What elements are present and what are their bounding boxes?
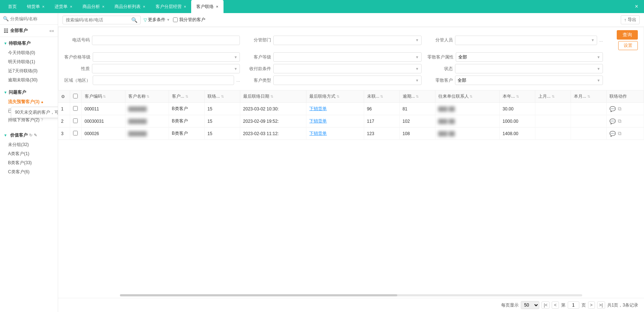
sidebar-item-class-b[interactable]: B类客户(33) [0,158,58,167]
tab-product-analysis-list[interactable]: 商品分析列表 × [109,0,150,13]
row-checkbox-1[interactable] [70,103,81,115]
sidebar-search-input[interactable] [10,16,55,21]
horizontal-scrollbar[interactable] [58,293,644,298]
row-checkbox-3[interactable] [70,127,81,140]
filter-input-phone[interactable] [92,36,240,45]
my-customers-checkbox[interactable]: 我分管的客户 [173,17,205,23]
query-button[interactable]: 查询 [617,30,638,40]
first-page-button[interactable]: |< [542,301,550,309]
filter-select-sparse-customer[interactable]: 全部 ▼ [455,76,603,85]
table-header-contact-person[interactable]: 往来单位联系人 [435,90,499,103]
tab-sales-order[interactable]: 销货单 × [22,0,49,13]
filter-select-price-level[interactable]: ▼ [93,52,240,62]
action-grid-icon-1[interactable]: ⧉ [618,106,621,112]
table-header-last-contact-date[interactable]: 最后联络日期 [240,90,306,103]
table-header-overdue[interactable]: 逾期... [399,90,435,103]
sidebar-item-overdue[interactable]: 逾期未联络(30) [0,76,58,85]
table-header-last-contact-method[interactable]: 最后联络方式 [306,90,364,103]
scrollbar-thumb[interactable] [120,294,397,296]
action-chat-icon-1[interactable]: 💬 [609,106,616,112]
sidebar-item-class-c[interactable]: C类客户(6) [0,167,58,177]
last-page-button[interactable]: >| [597,301,605,309]
tab-product-analysis[interactable]: 商品分析 × [77,0,109,13]
tab-close-purchase-order[interactable]: × [70,4,72,9]
sidebar-item-class-a[interactable]: A类客户(1) [0,149,58,158]
settings-button[interactable]: 设置 [618,41,638,50]
table-header-this-month[interactable]: 本月... [571,90,606,103]
action-grid-icon-2[interactable]: ⧉ [618,118,621,124]
scrollbar-track[interactable] [120,294,582,296]
filter-select-person[interactable]: ▼ [455,36,597,45]
next-page-button[interactable]: > [588,301,595,309]
chevron-sparse-customer: ▼ [597,78,600,82]
table-header-settings[interactable]: ⚙ [58,90,70,103]
row-name-2: ██████ [125,115,169,127]
table-header-unlinked[interactable]: 未联... [364,90,399,103]
row-check-2[interactable] [73,118,78,123]
table-header-name[interactable]: 客户名称 [125,90,169,103]
table-header-last-month[interactable]: 上月... [535,90,571,103]
table-header-this-year[interactable]: 本年... [499,90,535,103]
select-all-checkbox[interactable] [73,94,78,98]
my-customers-checkbox-input[interactable] [173,17,178,22]
tab-close-customer-segmentation[interactable]: × [184,4,186,9]
more-filter-button[interactable]: ▽ 更多条件 ▼ [144,17,170,23]
filter-select-sparse-attr[interactable]: 全部 ▼ [456,52,603,62]
row-last-method-2[interactable]: 下销货单 [306,115,364,127]
filter-select-nature[interactable]: ▼ [92,64,240,73]
row-type-1: B类客户 [169,103,204,115]
table-header-code[interactable]: 客户编码 [81,90,125,103]
tab-home[interactable]: 首页 [3,0,22,13]
sidebar-group-title-problem[interactable]: ▼ 问题客户 [0,88,58,97]
action-grid-icon-3[interactable]: ⧉ [618,130,621,137]
sidebar-group-title-value[interactable]: ▼ 价值客户 ↻ ✎ [0,130,58,140]
filter-select-customer-level[interactable]: ▼ [273,52,421,62]
table-header-contact-count[interactable]: 联络... [204,90,240,103]
prev-page-button[interactable]: < [552,301,559,309]
tab-close-customer-contact[interactable]: × [216,4,218,9]
filter-select-status[interactable]: ▼ [455,64,603,73]
tab-purchase-order[interactable]: 进货单 × [49,0,77,13]
search-button[interactable]: 🔍 [131,17,137,23]
filter-select-customer-type[interactable]: ▼ [273,76,421,85]
chevron-price-level: ▼ [234,55,237,59]
table-header-action: 联络动作 [606,90,644,103]
tab-close-product-analysis-list[interactable]: × [143,4,145,9]
tab-close-product-analysis[interactable]: × [102,4,104,9]
page-number-input[interactable] [568,301,579,309]
filter-more-region[interactable]: ... [236,78,240,83]
refresh-icon[interactable]: ↻ [29,133,32,138]
row-check-3[interactable] [73,131,78,135]
search-input[interactable] [66,17,131,23]
edit-icon[interactable]: ✎ [34,133,37,138]
table-header-checkbox[interactable] [70,90,81,103]
chevron-dept: ▼ [415,38,419,42]
sidebar-group-title-pending[interactable]: ▼ 待联络客户 [0,39,58,48]
filter-select-dept[interactable]: ▼ [273,36,421,45]
sidebar-item-churn-warning[interactable]: 流失预警客户(3) ● [0,97,58,106]
sidebar-item-unclassified[interactable]: 未分组(32) [0,140,58,149]
tab-customer-contact[interactable]: 客户联络 × [191,0,223,13]
sidebar-item-today[interactable]: 今天待联络(0) [0,48,58,57]
sidebar-item-tomorrow[interactable]: 明天待联络(1) [0,57,58,66]
filter-more-person[interactable]: ... [599,38,603,43]
tab-customer-segmentation[interactable]: 客户分层经营 × [150,0,191,13]
sidebar-all-customers[interactable]: ☷ 全部客户 «« [0,25,58,37]
row-checkbox-2[interactable] [70,115,81,127]
row-last-method-1[interactable]: 下销货单 [306,103,364,115]
action-chat-icon-3[interactable]: 💬 [609,131,616,137]
window-close-button[interactable]: × [632,3,641,10]
tab-close-sales-order[interactable]: × [42,4,44,9]
export-button[interactable]: ↑ 导出 [621,15,640,24]
filter-select-payment[interactable]: ▼ [273,64,421,73]
filter-select-region[interactable] [93,76,234,85]
per-page-select[interactable]: 50 100 200 [521,301,539,309]
row-last-method-3[interactable]: 下销货单 [306,127,364,140]
action-chat-icon-2[interactable]: 💬 [609,118,616,124]
settings-icon[interactable]: ⚙ [61,94,65,99]
sidebar-item-7days[interactable]: 近7天待联络(0) [0,66,58,76]
table-header-type[interactable]: 客户... [169,90,204,103]
filter-label-customer-type: 客户类型 [246,77,271,84]
data-table: ⚙ 客户编码 客户名称 客户... 联络... 最后联络日期 最后联络方式 未联… [58,90,644,140]
row-check-1[interactable] [73,106,78,111]
